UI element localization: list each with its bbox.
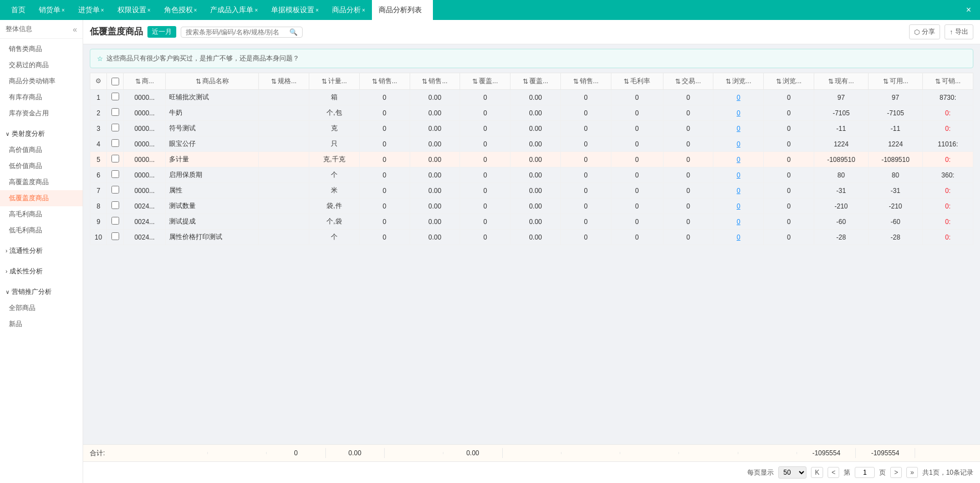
sidebar-section-value-title[interactable]: ∨ 类射度分析 <box>0 126 83 142</box>
nav-close-purchase[interactable]: × <box>101 7 104 13</box>
row-checkbox[interactable] <box>111 186 119 194</box>
browse1-link[interactable]: 0 <box>737 140 741 148</box>
sidebar-collapse-btn[interactable]: « <box>73 25 77 34</box>
browse1-link[interactable]: 0 <box>737 187 741 195</box>
row-checkbox[interactable] <box>111 93 119 100</box>
nav-sales[interactable]: 销货单 × <box>32 0 72 20</box>
sidebar-item-high-value[interactable]: 高价值商品 <box>0 142 83 158</box>
col-sort-icon-gm[interactable]: ⇅ <box>624 78 629 85</box>
nav-close-analysis-list[interactable]: × <box>423 7 426 13</box>
cell-checkbox[interactable] <box>107 90 124 105</box>
nav-close-product-in[interactable]: × <box>254 7 258 13</box>
sidebar-item-in-stock[interactable]: 有库存商品 <box>0 89 83 105</box>
col-sort-icon-c2[interactable]: ⇅ <box>523 78 528 85</box>
share-button[interactable]: ⬡ 分享 <box>909 24 940 39</box>
cell-checkbox[interactable] <box>107 199 124 214</box>
col-sort-icon-s3[interactable]: ⇅ <box>573 78 579 85</box>
nav-permission[interactable]: 权限设置 × <box>111 0 157 20</box>
nav-close-analysis[interactable]: × <box>362 7 365 13</box>
filter-recent-month-btn[interactable]: 近一月 <box>147 26 176 38</box>
row-checkbox[interactable] <box>111 108 119 116</box>
col-sort-icon-sl[interactable]: ⇅ <box>935 78 941 85</box>
search-input[interactable] <box>186 28 289 36</box>
cell-checkbox[interactable] <box>107 230 124 245</box>
cell-browse1[interactable]: 0 <box>713 105 764 121</box>
sidebar-item-low-profit[interactable]: 低毛利商品 <box>0 222 83 238</box>
page-size-select[interactable]: 50 100 200 <box>778 466 807 479</box>
sidebar-section-growth-title[interactable]: › 成长性分析 <box>0 263 83 279</box>
col-sort-icon-unit[interactable]: ⇅ <box>321 78 327 85</box>
sidebar-item-traded-goods[interactable]: 交易过的商品 <box>0 57 83 73</box>
nav-product-in[interactable]: 产成品入库单 × <box>203 0 264 20</box>
browse1-link[interactable]: 0 <box>737 218 741 226</box>
row-checkbox[interactable] <box>111 124 119 131</box>
col-sort-icon-spec[interactable]: ⇅ <box>271 78 277 85</box>
sidebar-section-flow-title[interactable]: › 流通性分析 <box>0 243 83 259</box>
nav-close-template[interactable]: × <box>315 7 319 13</box>
export-button[interactable]: ↑ 导出 <box>945 24 973 39</box>
cell-browse1[interactable]: 0 <box>713 214 764 230</box>
cell-browse1[interactable]: 0 <box>713 136 764 152</box>
browse1-link[interactable]: 0 <box>737 202 741 210</box>
nav-close-permission[interactable]: × <box>147 7 151 13</box>
settings-icon[interactable]: ⚙ <box>94 77 103 86</box>
sidebar-item-high-coverage[interactable]: 高覆盖度商品 <box>0 174 83 190</box>
nav-close-sales[interactable]: × <box>62 7 65 13</box>
nav-home[interactable]: 首页 <box>4 0 32 20</box>
browse1-link[interactable]: 0 <box>737 109 741 117</box>
col-sort-icon-c1[interactable]: ⇅ <box>472 78 478 85</box>
sidebar-item-low-coverage[interactable]: 低覆盖度商品 <box>0 190 83 206</box>
nav-analysis[interactable]: 商品分析 × <box>325 0 372 20</box>
col-sort-icon-tr[interactable]: ⇅ <box>675 78 681 85</box>
sidebar-item-category-rate[interactable]: 商品分类动销率 <box>0 73 83 89</box>
sidebar-item-low-value[interactable]: 低价值商品 <box>0 158 83 174</box>
col-sort-icon-b1[interactable]: ⇅ <box>726 78 731 85</box>
cell-browse1[interactable]: 0 <box>713 183 764 199</box>
sidebar-item-stock-capital[interactable]: 库存资金占用 <box>0 105 83 121</box>
browse1-link[interactable]: 0 <box>737 171 741 179</box>
row-checkbox[interactable] <box>111 201 119 209</box>
cell-checkbox[interactable] <box>107 121 124 136</box>
row-checkbox[interactable] <box>111 170 119 178</box>
cell-checkbox[interactable] <box>107 183 124 199</box>
col-sort-icon-sq[interactable]: ⇅ <box>372 78 377 85</box>
cell-checkbox[interactable] <box>107 136 124 152</box>
sidebar-item-all-goods[interactable]: 全部商品 <box>0 300 83 316</box>
next-page-btn[interactable]: > <box>890 467 902 478</box>
search-box[interactable]: 🔍 <box>181 27 303 38</box>
sidebar-section-marketing-title[interactable]: ∨ 营销推广分析 <box>0 284 83 300</box>
sidebar-item-sales-goods[interactable]: 销售类商品 <box>0 41 83 57</box>
first-page-btn[interactable]: K <box>811 467 823 478</box>
cell-browse1[interactable]: 0 <box>713 199 764 214</box>
cell-browse1[interactable]: 0 <box>713 152 764 167</box>
cell-checkbox[interactable] <box>107 167 124 183</box>
cell-browse1[interactable]: 0 <box>713 230 764 245</box>
page-number-input[interactable] <box>855 467 875 478</box>
col-sort-icon-b2[interactable]: ⇅ <box>776 78 782 85</box>
nav-analysis-list[interactable]: 商品分析列表 × <box>372 0 433 20</box>
select-all-checkbox[interactable] <box>111 78 119 85</box>
cell-checkbox[interactable] <box>107 152 124 167</box>
cell-checkbox[interactable] <box>107 214 124 230</box>
cell-checkbox[interactable] <box>107 105 124 121</box>
col-sort-icon-sa[interactable]: ⇅ <box>422 78 427 85</box>
cell-browse1[interactable]: 0 <box>713 121 764 136</box>
cell-browse1[interactable]: 0 <box>713 90 764 105</box>
sidebar-item-new-goods[interactable]: 新品 <box>0 316 83 332</box>
browse1-link[interactable]: 0 <box>737 233 741 241</box>
nav-template[interactable]: 单据模板设置 × <box>264 0 325 20</box>
row-checkbox[interactable] <box>111 139 119 147</box>
col-sort-icon-av[interactable]: ⇅ <box>883 78 889 85</box>
prev-page-btn[interactable]: < <box>828 467 839 478</box>
row-checkbox[interactable] <box>111 232 119 240</box>
col-sort-icon-cur[interactable]: ⇅ <box>828 78 834 85</box>
cell-browse1[interactable]: 0 <box>713 167 764 183</box>
col-sort-icon[interactable]: ⇅ <box>135 78 141 85</box>
search-icon[interactable]: 🔍 <box>289 28 298 36</box>
nav-purchase[interactable]: 进货单 × <box>72 0 111 20</box>
last-page-btn[interactable]: » <box>906 467 918 478</box>
nav-close-role[interactable]: × <box>194 7 197 13</box>
nav-role[interactable]: 角色授权 × <box>157 0 204 20</box>
browse1-link[interactable]: 0 <box>737 125 741 133</box>
nav-close-all[interactable]: × <box>962 5 976 15</box>
